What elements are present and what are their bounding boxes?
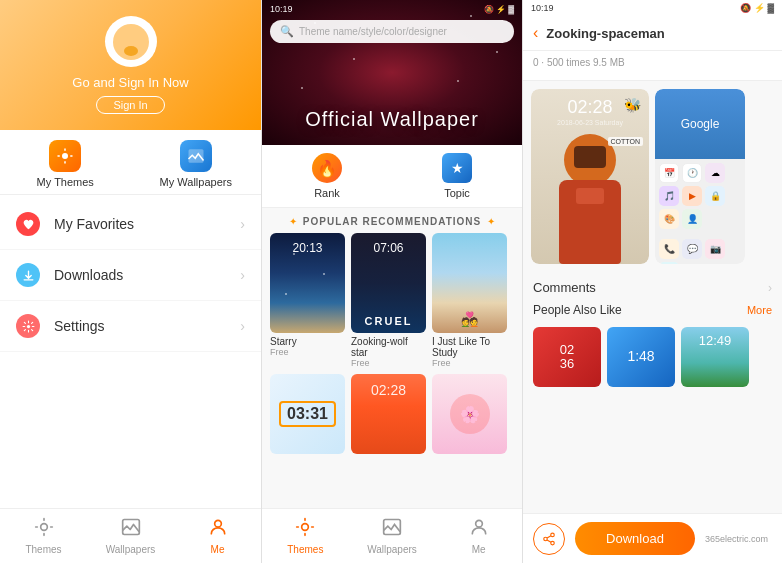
google-bar: Google [655, 89, 745, 159]
comments-title: Comments [533, 280, 596, 295]
pal-more-button[interactable]: More [747, 304, 772, 316]
theme-thumb-space2: 02:28 [351, 374, 426, 454]
p2-nav-wallpapers-label: Wallpapers [367, 544, 417, 555]
theme-card-study[interactable]: 💑 I Just Like To Study Free [432, 233, 507, 368]
p2-nav-wallpapers[interactable]: Wallpapers [349, 515, 436, 557]
preview-small-card: Google 📅 🕐 ☁ 🎵 ▶ 🔒 🎨 👤 📞 💬 📷 [655, 89, 745, 264]
phone-app-icon: 📞 [659, 239, 679, 259]
share-button[interactable] [533, 523, 565, 555]
download-icon [16, 263, 40, 287]
preview-main-screen: 02:28 2018-06-23 Saturday 🐝 COTTON [531, 89, 649, 264]
download-button[interactable]: Download [575, 522, 695, 555]
theme-card-clock[interactable]: 03:31 [270, 374, 345, 457]
comments-section-header: Comments › [523, 272, 782, 299]
svg-point-8 [475, 520, 482, 527]
cat-topic[interactable]: ★ Topic [392, 153, 522, 199]
menu-list: My Favorites › Downloads › Settings › [0, 195, 261, 508]
search-bar[interactable]: 🔍 Theme name/style/color/designer [270, 20, 514, 43]
wolf-name: Zooking-wolf star [351, 336, 426, 358]
theme-card-minimal[interactable]: 🌸 [432, 374, 507, 457]
star-left-icon: ✦ [289, 216, 297, 227]
comments-arrow-icon[interactable]: › [768, 281, 772, 295]
astronaut-visor [574, 146, 606, 168]
settings-icon [16, 314, 40, 338]
similar-themes-list: 02 36 1:48 12:49 [523, 321, 782, 395]
p3-status-icons: 🔕 ⚡ ▓ [740, 3, 774, 13]
study-price: Free [432, 358, 507, 368]
search-icon: 🔍 [280, 25, 294, 38]
theme-card-space2[interactable]: 02:28 [351, 374, 426, 457]
p2-nav-themes[interactable]: Themes [262, 515, 349, 557]
nav-themes-icon [34, 517, 54, 542]
navbar-me[interactable]: Me [174, 515, 261, 557]
svg-point-5 [214, 520, 221, 527]
preview-main-card: 02:28 2018-06-23 Saturday 🐝 COTTON [531, 89, 649, 264]
similar-theme-1[interactable]: 02 36 [533, 327, 601, 387]
menu-item-favorites[interactable]: My Favorites › [0, 199, 261, 250]
chevron-right-icon3: › [240, 318, 245, 334]
p2-nav-me-icon [469, 517, 489, 542]
p2-nav-themes-icon [295, 517, 315, 542]
topic-label: Topic [444, 187, 470, 199]
back-arrow-icon[interactable]: ‹ [533, 24, 538, 42]
svg-point-6 [302, 524, 309, 531]
menu-item-settings[interactable]: Settings › [0, 301, 261, 352]
p2-nav-themes-label: Themes [287, 544, 323, 555]
profile-tabs: My Themes My Wallpapers [0, 130, 261, 195]
preview-date-display: 2018-06-23 Saturday [531, 119, 649, 126]
my-themes-label: My Themes [37, 176, 94, 188]
watermark-text: 365electric.com [705, 534, 772, 544]
study-name: I Just Like To Study [432, 336, 507, 358]
theme-app-icon: 🎨 [659, 209, 679, 229]
similar-theme-3[interactable]: 12:49 [681, 327, 749, 387]
signin-prompt: Go and Sign In Now [72, 75, 188, 90]
svg-point-10 [544, 537, 548, 541]
clock-app-icon: 🕐 [682, 163, 702, 183]
theme-stats: 0 · 500 times 9.5 MB [533, 57, 772, 68]
wolf-time: 07:06 [351, 241, 426, 255]
search-placeholder: Theme name/style/color/designer [299, 26, 447, 37]
theme-thumb-minimal: 🌸 [432, 374, 507, 454]
tab-my-wallpapers[interactable]: My Wallpapers [131, 140, 262, 188]
navbar-wallpapers[interactable]: Wallpapers [87, 515, 174, 557]
nav-wallpapers-label: Wallpapers [106, 544, 156, 555]
starry-name: Starry [270, 336, 345, 347]
app-icons-grid2: 📞 💬 📷 🌐 [655, 235, 745, 264]
tab-my-themes[interactable]: My Themes [0, 140, 131, 188]
panel-store: Official Wallpaper 10:19 🔕 ⚡ ▓ 🔍 Theme n… [261, 0, 522, 563]
theme-meta: 0 · 500 times 9.5 MB [523, 51, 782, 81]
wallpapers-icon [180, 140, 212, 172]
p2-nav-me[interactable]: Me [435, 515, 522, 557]
downloads-label: Downloads [54, 267, 240, 283]
weather-app-icon: ☁ [705, 163, 725, 183]
favorites-label: My Favorites [54, 216, 240, 232]
my-wallpapers-label: My Wallpapers [160, 176, 232, 188]
calendar-app-icon: 📅 [659, 163, 679, 183]
space-time: 02:28 [371, 382, 406, 398]
popular-text: POPULAR RECOMMENDATIONS [303, 216, 481, 227]
topic-icon: ★ [442, 153, 472, 183]
theme-grid-row1: 20:13 Starry Free 07:06 CRUEL Zooking-wo… [262, 233, 522, 374]
svg-point-11 [551, 541, 555, 545]
theme-card-starry[interactable]: 20:13 Starry Free [270, 233, 345, 368]
panel-theme-detail: 10:19 🔕 ⚡ ▓ ‹ Zooking-spaceman 0 · 500 t… [522, 0, 782, 563]
minimal-icon: 🌸 [450, 394, 490, 434]
p3-topbar: ‹ Zooking-spaceman [523, 16, 782, 51]
similar-theme-2[interactable]: 1:48 [607, 327, 675, 387]
p3-status-time: 10:19 [531, 3, 554, 13]
navbar-themes[interactable]: Themes [0, 515, 87, 557]
p2-nav-me-label: Me [472, 544, 486, 555]
theme-card-wolf[interactable]: 07:06 CRUEL Zooking-wolf star Free [351, 233, 426, 368]
sim-time-2: 1:48 [627, 349, 654, 364]
nav-wallpapers-icon [121, 517, 141, 542]
nav-me-label: Me [211, 544, 225, 555]
people-also-like-header: People Also Like More [523, 299, 782, 321]
p2-status-time: 10:19 [270, 4, 293, 14]
signin-button[interactable]: Sign In [96, 96, 164, 114]
heart-icon [16, 212, 40, 236]
menu-item-downloads[interactable]: Downloads › [0, 250, 261, 301]
cat-rank[interactable]: 🔥 Rank [262, 153, 392, 199]
p2-bottom-navbar: Themes Wallpapers Me [262, 508, 522, 563]
cotton-label: COTTON [608, 137, 643, 146]
themes-icon [49, 140, 81, 172]
